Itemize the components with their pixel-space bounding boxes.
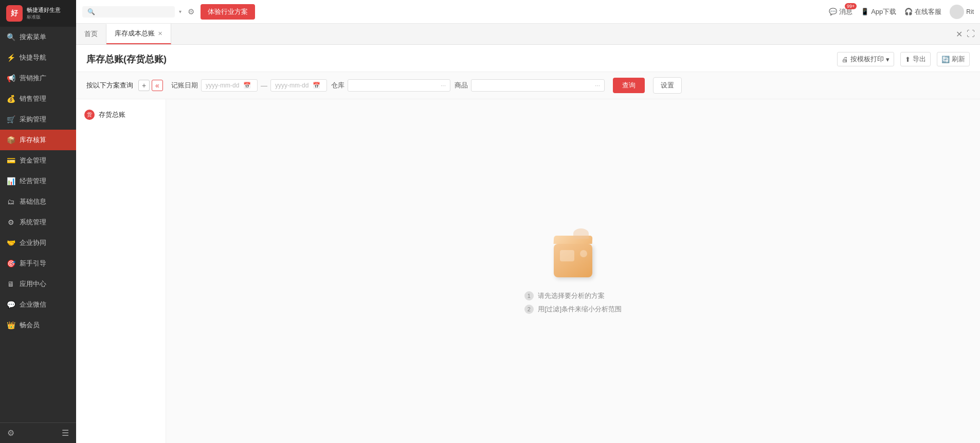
sidebar-item-label: 应用中心 [20,279,46,289]
empty-hints: 1 请先选择要分析的方案 2 用[过滤]条件来缩小分析范围 [524,291,622,314]
basic-info-icon: 🗂 [6,198,15,206]
page-actions: 🖨 按模板打印 ▾ ⬆ 导出 🔄 刷新 [837,52,970,66]
query-btn[interactable]: 查询 [613,78,645,93]
empty-box-face [560,250,574,261]
phone-icon: 📱 [861,8,869,15]
online-service-btn[interactable]: 🎧 在线客服 [904,7,941,16]
export-label: 导出 [913,55,926,64]
page-header: 库存总账(存货总账) 🖨 按模板打印 ▾ ⬆ 导出 🔄 刷新 [76,45,980,72]
industry-btn[interactable]: 体验行业方案 [201,4,255,20]
sidebar-item-inventory[interactable]: 📦 库存核算 [0,130,76,150]
page-title: 库存总账(存货总账) [86,53,167,65]
sidebar-item-label: 企业协同 [20,238,46,247]
sidebar-item-label: 采购管理 [20,115,46,124]
purchase-icon: 🛒 [6,115,15,123]
tab-inventory-cost-label: 库存成本总账 [115,29,155,38]
date-end-input[interactable]: yyyy-mm-dd 📅 [270,79,327,92]
topbar-chevron-icon[interactable]: ▾ [179,9,182,14]
empty-box-eye [580,250,587,257]
sidebar-item-label: 系统管理 [20,218,46,227]
sidebar-item-operations[interactable]: 📊 经营管理 [0,171,76,191]
setting-btn[interactable]: 设置 [653,77,682,94]
empty-box-body [554,244,592,277]
sidebar-item-search[interactable]: 🔍 搜索菜单 [0,27,76,47]
sidebar-nav: ⚡ 快捷导航 📢 营销推广 💰 销售管理 🛒 采购管理 📦 库存核算 💳 资金管… [0,47,76,422]
settings-footer-icon[interactable]: ⚙ [7,428,14,438]
empty-illustration [542,228,604,280]
sidebar-item-quick-nav[interactable]: ⚡ 快捷导航 [0,47,76,68]
finance-icon: 💳 [6,156,15,165]
filter-row: 记账日期 yyyy-mm-dd 📅 — yyyy-mm-dd 📅 仓库 [171,77,970,94]
sidebar-item-system[interactable]: ⚙ 系统管理 [0,212,76,233]
sidebar-item-finance[interactable]: 💳 资金管理 [0,150,76,171]
sidebar-item-label: 搜索菜单 [20,32,46,42]
goods-select[interactable]: ··· [471,79,605,92]
search-icon: 🔍 [87,8,95,15]
date-start-input[interactable]: yyyy-mm-dd 📅 [201,79,258,92]
topbar-search[interactable]: 🔍 [82,6,175,17]
sidebar-item-label: 企业微信 [20,300,46,309]
main-area: 🔍 ▾ ⚙ 体验行业方案 💬 消息 99+ 📱 App下载 🎧 在线客服 Rit [76,0,980,443]
scheme-panel: 货 存货总账 [76,99,166,443]
goods-more-icon[interactable]: ··· [595,82,600,89]
refresh-label: 刷新 [952,55,965,64]
sidebar-item-label: 经营管理 [20,176,46,186]
sidebar-item-new-guide[interactable]: 🎯 新手引导 [0,253,76,274]
filter-warehouse-item: 仓库 ··· [331,79,450,92]
tabbar: 首页 库存成本总账 ✕ ✕ ⛶ [76,24,980,45]
warehouse-more-icon[interactable]: ··· [441,82,446,89]
user-area[interactable]: Rit [950,5,974,19]
sidebar-item-label: 营销推广 [20,74,46,83]
date-start-placeholder: yyyy-mm-dd [206,82,239,89]
filter-collapse-btn[interactable]: « [152,80,163,91]
refresh-btn[interactable]: 🔄 刷新 [937,52,970,66]
message-btn[interactable]: 💬 消息 99+ [829,7,852,16]
new-guide-icon: 🎯 [6,259,15,268]
tab-home[interactable]: 首页 [76,24,106,44]
warehouse-select[interactable]: ··· [348,79,450,92]
sidebar-item-label: 快捷导航 [20,53,46,62]
filter-bar: 按以下方案查询 + « 记账日期 yyyy-mm-dd 📅 — yyyy-mm-… [76,72,980,99]
scheme-item-icon: 货 [84,110,95,120]
headset-icon: 🎧 [904,8,913,15]
sidebar-item-sales[interactable]: 💰 销售管理 [0,88,76,109]
sidebar-item-enterprise-wx[interactable]: 💬 企业微信 [0,294,76,315]
calendar-icon: 📅 [243,82,251,89]
sidebar-item-marketing[interactable]: 📢 营销推广 [0,68,76,88]
sidebar-item-cooperation[interactable]: 🤝 企业协同 [0,233,76,253]
filter-date-item: 记账日期 yyyy-mm-dd 📅 — yyyy-mm-dd 📅 [171,79,327,92]
filter-add-btn[interactable]: + [138,80,150,91]
calendar-end-icon: 📅 [313,82,320,89]
hint-text-1: 请先选择要分析的方案 [538,291,605,300]
export-btn[interactable]: ⬆ 导出 [900,52,931,66]
app-center-icon: 🖥 [6,280,15,288]
sidebar-item-app-center[interactable]: 🖥 应用中心 [0,274,76,294]
tab-panel-close-icon[interactable]: ✕ [956,29,963,39]
sidebar-item-vip[interactable]: 👑 畅会员 [0,315,76,335]
sidebar-item-label: 资金管理 [20,156,46,165]
avatar [950,5,964,19]
app-download-btn[interactable]: 📱 App下载 [861,7,896,16]
operations-icon: 📊 [6,177,15,185]
sidebar-item-basic-info[interactable]: 🗂 基础信息 [0,191,76,212]
menu-toggle-icon[interactable]: ☰ [62,428,69,438]
sidebar-item-purchase[interactable]: 🛒 采购管理 [0,109,76,130]
message-badge: 99+ [845,3,857,9]
hint-text-2: 用[过滤]条件来缩小分析范围 [538,305,622,314]
user-name: Rit [966,8,974,15]
topbar-gear-icon[interactable]: ⚙ [188,7,194,16]
hint-num-2: 2 [524,305,534,314]
empty-box-glow [573,228,589,239]
tab-inventory-cost[interactable]: 库存成本总账 ✕ [106,24,171,44]
refresh-icon: 🔄 [941,56,950,63]
tab-panel-expand-icon[interactable]: ⛶ [967,29,975,39]
content-area: 库存总账(存货总账) 🖨 按模板打印 ▾ ⬆ 导出 🔄 刷新 按以下方案查询 [76,45,980,443]
tab-close-icon[interactable]: ✕ [158,30,162,37]
empty-hint-1: 1 请先选择要分析的方案 [524,291,622,300]
scheme-item-inventory[interactable]: 货 存货总账 [76,104,166,125]
sales-icon: 💰 [6,95,15,103]
system-icon: ⚙ [6,218,15,226]
printer-icon: 🖨 [842,56,848,63]
sidebar-item-label: 基础信息 [20,197,46,206]
print-btn[interactable]: 🖨 按模板打印 ▾ [837,52,894,66]
